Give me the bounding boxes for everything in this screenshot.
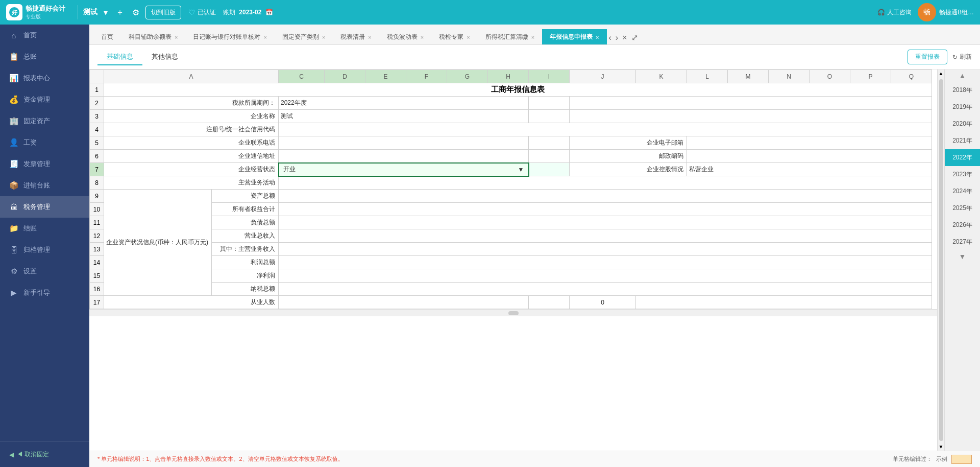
unpin-btn[interactable]: ◀ ◀ 取消固定 xyxy=(4,446,85,463)
col-header-c[interactable]: C xyxy=(279,70,325,83)
sidebar-item-archive[interactable]: 🗄 归档管理 xyxy=(0,239,89,261)
cell-2-right[interactable] xyxy=(570,97,932,110)
sidebar-item-invoice[interactable]: 🧾 发票管理 xyxy=(0,153,89,175)
service-btn[interactable]: 🎧 人工咨询 xyxy=(877,8,912,17)
cell-3-right[interactable] xyxy=(570,110,932,123)
add-btn[interactable]: ＋ xyxy=(114,5,126,20)
tab-aux-balance[interactable]: 科目辅助余额表 × xyxy=(121,29,185,44)
spreadsheet-main[interactable]: A C D E F G H I J K xyxy=(89,69,937,451)
col-header-l[interactable]: L xyxy=(687,70,728,83)
tab-aux-balance-close[interactable]: × xyxy=(175,34,178,40)
horizontal-scrollbar[interactable] xyxy=(89,309,937,316)
col-header-k[interactable]: K xyxy=(636,70,687,83)
tab-income-tax[interactable]: 所得税汇算清缴 × xyxy=(478,29,542,44)
cell-17-count[interactable]: 0 xyxy=(570,296,636,309)
sidebar-item-purchase[interactable]: 📦 进销台账 xyxy=(0,175,89,196)
cell-6-right-value[interactable] xyxy=(687,150,932,163)
tab-fixed-assets[interactable]: 固定资产类别 × xyxy=(275,29,333,44)
dropdown-btn[interactable]: ▾ xyxy=(102,6,110,19)
sidebar-item-ledger[interactable]: 📋 总账 xyxy=(0,46,89,67)
cell-16-value[interactable] xyxy=(279,283,932,296)
tab-tax-list-close[interactable]: × xyxy=(368,34,371,40)
tab-next-btn[interactable]: › xyxy=(614,31,620,44)
tab-tax-check-close[interactable]: × xyxy=(467,34,470,40)
col-header-a[interactable]: A xyxy=(104,70,279,83)
col-header-d[interactable]: D xyxy=(325,70,365,83)
cell-14-value[interactable] xyxy=(279,256,932,269)
cell-2-value[interactable]: 2022年度 xyxy=(279,97,529,110)
col-header-g[interactable]: G xyxy=(447,70,488,83)
scroll-up-btn[interactable]: ▲ xyxy=(938,69,945,77)
cell-title[interactable]: 工商年报信息表 xyxy=(104,83,932,97)
tab-tax-list[interactable]: 税表清册 × xyxy=(333,29,379,44)
col-header-h[interactable]: H xyxy=(488,70,529,83)
sidebar-item-close[interactable]: 📁 结账 xyxy=(0,218,89,239)
tab-fixed-assets-close[interactable]: × xyxy=(322,34,325,40)
col-header-j[interactable]: J xyxy=(570,70,636,83)
tab-expand-btn[interactable]: ⤢ xyxy=(629,31,640,44)
tab-annual-report[interactable]: 年报信息申报表 × xyxy=(542,29,606,45)
scroll-down-btn[interactable]: ▼ xyxy=(938,443,945,451)
cell-9-value[interactable] xyxy=(279,190,932,203)
cell-4-value[interactable] xyxy=(279,123,932,136)
year-item-2024[interactable]: 2024年 xyxy=(945,183,980,200)
cell-12-value[interactable] xyxy=(279,229,932,243)
year-item-2022[interactable]: 2022年 xyxy=(945,149,980,166)
tab-close-all-btn[interactable]: × xyxy=(620,31,629,44)
cell-6-value[interactable] xyxy=(279,150,529,163)
tab-home[interactable]: 首页 xyxy=(93,29,121,44)
tab-prev-btn[interactable]: ‹ xyxy=(607,31,614,44)
cell-13-value[interactable] xyxy=(279,243,932,256)
col-header-m[interactable]: M xyxy=(728,70,769,83)
year-item-2025[interactable]: 2025年 xyxy=(945,200,980,217)
year-item-2027[interactable]: 2027年 xyxy=(945,233,980,250)
sidebar-item-reports[interactable]: 📊 报表中心 xyxy=(0,67,89,89)
sidebar-item-payroll[interactable]: 👤 工资 xyxy=(0,132,89,153)
year-item-2019[interactable]: 2019年 xyxy=(945,99,980,115)
sidebar-item-settings[interactable]: ⚙ 设置 xyxy=(0,261,89,282)
dropdown-arrow[interactable]: ▼ xyxy=(518,166,524,173)
year-item-2021[interactable]: 2021年 xyxy=(945,132,980,149)
sub-tab-other[interactable]: 其他信息 xyxy=(142,49,187,65)
sidebar-item-assets[interactable]: 🏢 固定资产 xyxy=(0,110,89,132)
sidebar-item-tax[interactable]: 🏛 税务管理 xyxy=(0,196,89,218)
year-item-2023[interactable]: 2023年 xyxy=(945,166,980,183)
cell-7-value[interactable]: 开业 ▼ xyxy=(279,163,529,176)
cell-2-empty[interactable] xyxy=(529,97,570,110)
cell-17-value[interactable] xyxy=(279,296,529,309)
year-scroll-down-btn[interactable]: ▼ xyxy=(945,250,980,263)
sidebar-item-funds[interactable]: 💰 资金管理 xyxy=(0,89,89,110)
year-item-2026[interactable]: 2026年 xyxy=(945,217,980,233)
sidebar-item-guide[interactable]: ▶ 新手引导 xyxy=(0,282,89,303)
cell-3-value[interactable]: 测试 xyxy=(279,110,529,123)
reset-btn[interactable]: 重置报表 xyxy=(908,50,947,64)
refresh-btn[interactable]: ↻ 刷新 xyxy=(952,53,972,61)
sidebar-item-home[interactable]: ⌂ 首页 xyxy=(0,25,89,46)
tab-tax-check[interactable]: 税检专家 × xyxy=(431,29,477,44)
tab-bank-reconcile[interactable]: 日记账与银行对账单核对 × xyxy=(185,29,274,44)
cell-7-right-value[interactable]: 私营企业 xyxy=(687,163,932,176)
col-header-n[interactable]: N xyxy=(769,70,810,83)
cell-3-empty[interactable] xyxy=(529,110,570,123)
col-header-o[interactable]: O xyxy=(810,70,850,83)
col-header-e[interactable]: E xyxy=(365,70,406,83)
cell-8-value[interactable] xyxy=(279,176,932,190)
sub-tab-basic[interactable]: 基础信息 xyxy=(97,49,142,65)
vertical-scrollbar[interactable]: ▲ ▼ xyxy=(937,69,944,451)
cell-5-value[interactable] xyxy=(279,136,529,150)
col-header-f[interactable]: F xyxy=(406,70,447,83)
cell-15-value[interactable] xyxy=(279,269,932,283)
tab-tax-wave-close[interactable]: × xyxy=(421,34,424,40)
tab-annual-report-close[interactable]: × xyxy=(596,34,599,40)
tab-tax-wave[interactable]: 税负波动表 × xyxy=(379,29,431,44)
tab-bank-reconcile-close[interactable]: × xyxy=(263,34,266,40)
tab-income-tax-close[interactable]: × xyxy=(531,34,534,40)
col-header-p[interactable]: P xyxy=(850,70,891,83)
cell-11-value[interactable] xyxy=(279,216,932,229)
year-item-2020[interactable]: 2020年 xyxy=(945,115,980,132)
year-scroll-up-btn[interactable]: ▲ xyxy=(945,69,980,82)
switch-old-btn[interactable]: 切到旧版 xyxy=(145,6,181,19)
cell-10-value[interactable] xyxy=(279,203,932,216)
col-header-q[interactable]: Q xyxy=(891,70,932,83)
cell-17-rest[interactable] xyxy=(636,296,932,309)
